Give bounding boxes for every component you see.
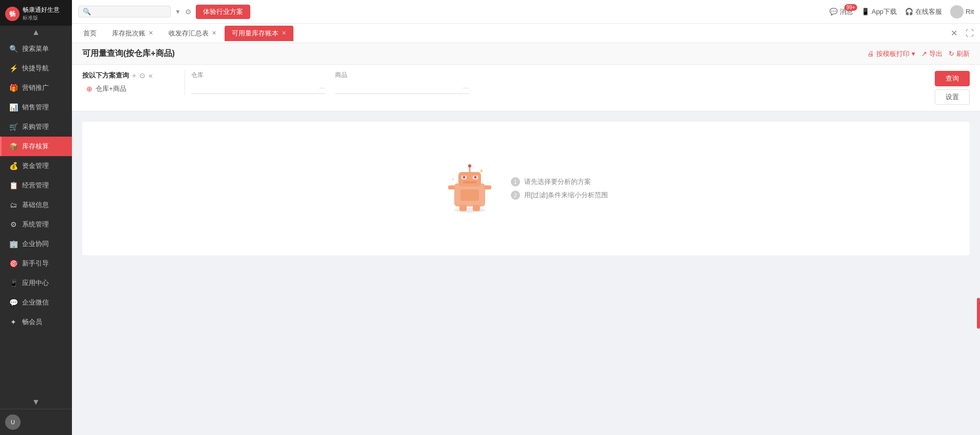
sidebar-label-inventory: 库存核算 <box>22 142 49 151</box>
sidebar-subtitle: 标准版 <box>23 14 60 22</box>
page-content: 可用量查询(按仓库+商品) 🖨 按模板打印 ▾ ↗ 导出 ↻ 刷新 <box>72 43 980 435</box>
sidebar-item-purchase[interactable]: 🛒采购管理 <box>0 117 72 137</box>
sidebar-item-marketing[interactable]: 🎁营销推广 <box>0 78 72 98</box>
sidebar-label-wechat: 企业微信 <box>22 298 49 307</box>
page-title: 可用量查询(按仓库+商品) <box>82 48 175 59</box>
sidebar-item-sales[interactable]: 📊销售管理 <box>0 98 72 117</box>
sidebar-icon-app-center: 📱 <box>9 279 18 287</box>
svg-rect-12 <box>473 205 480 211</box>
tab-close-receive-summary[interactable]: ✕ <box>212 30 216 36</box>
refresh-icon: ↻ <box>949 50 954 58</box>
sidebar-scroll-down[interactable]: ▼ <box>0 395 72 409</box>
sidebar-icon-wechat: 💬 <box>9 298 18 307</box>
filter-scheme-header: 按以下方案查询 + ⊙ « <box>82 71 178 80</box>
tab-label-available-ledger: 可用量库存账本 <box>232 29 279 38</box>
message-badge: 99+ <box>844 4 857 11</box>
sidebar-item-finance[interactable]: 💰资金管理 <box>0 156 72 176</box>
phone-icon: 📱 <box>861 8 870 15</box>
sidebar-icon-purchase: 🛒 <box>9 123 18 131</box>
sidebar-label-marketing: 营销推广 <box>22 83 49 92</box>
sidebar-label-quick-nav: 快捷导航 <box>22 64 49 73</box>
settings-scheme-btn[interactable]: ⊙ <box>139 71 145 80</box>
print-icon: 🖨 <box>867 50 874 58</box>
tabs-right: ✕ ⛶ <box>949 26 976 40</box>
sidebar-item-enterprise[interactable]: 🏢企业协同 <box>0 234 72 254</box>
tab-close-available-ledger[interactable]: ✕ <box>282 30 286 36</box>
sidebar-icon-quick-nav: ⚡ <box>9 64 18 72</box>
user-avatar <box>950 5 964 18</box>
sidebar-label-guide: 新手引导 <box>22 259 49 268</box>
main-content: 🔍 ▼ ⚙ 体验行业方案 💬 消息 99+ 📱 App下载 🎧 在线客服 Rit <box>72 0 980 435</box>
svg-rect-13 <box>448 185 455 190</box>
chevron-down-icon: ▾ <box>912 50 915 58</box>
svg-rect-9 <box>463 181 476 183</box>
tip-text-2: 用[过滤]条件来缩小分析范围 <box>524 191 608 200</box>
export-btn[interactable]: ↗ 导出 <box>921 49 942 59</box>
service-btn[interactable]: 🎧 在线客服 <box>905 7 942 16</box>
scheme-item-warehouse-product[interactable]: ⊕ 仓库+商品 <box>82 82 178 96</box>
print-btn[interactable]: 🖨 按模板打印 ▾ <box>867 49 915 59</box>
empty-visual: ✦ ✦ 1 请先选择要分析的方案 2 用[过滤]条件来缩小分析范围 <box>444 163 608 214</box>
svg-rect-14 <box>484 185 491 190</box>
product-field: 商品 ··· <box>335 71 469 94</box>
filter-actions: 查询 设置 <box>935 71 970 105</box>
warehouse-input[interactable]: ··· <box>191 82 325 94</box>
warehouse-more-icon[interactable]: ··· <box>319 84 325 91</box>
page-header-actions: 🖨 按模板打印 ▾ ↗ 导出 ↻ 刷新 <box>867 49 970 59</box>
search-input[interactable] <box>93 8 160 15</box>
sidebar-item-wechat[interactable]: 💬企业微信 <box>0 293 72 312</box>
product-more-icon[interactable]: ··· <box>463 84 469 91</box>
gear-icon[interactable]: ⚙ <box>185 8 192 16</box>
sidebar-item-operation[interactable]: 📋经营管理 <box>0 176 72 195</box>
empty-tip-1: 1 请先选择要分析的方案 <box>511 177 608 186</box>
sidebar-label-system: 系统管理 <box>22 220 49 229</box>
sidebar-item-app-center[interactable]: 📱应用中心 <box>0 273 72 293</box>
industry-btn[interactable]: 体验行业方案 <box>196 5 250 19</box>
sidebar-icon-search: 🔍 <box>9 45 18 53</box>
collapse-btn[interactable]: « <box>149 71 153 80</box>
message-btn[interactable]: 💬 消息 99+ <box>829 7 853 16</box>
sidebar-label-operation: 经营管理 <box>22 181 49 190</box>
filter-fields: 仓库 ··· 商品 ··· <box>191 71 929 94</box>
topbar-search-box[interactable]: 🔍 <box>78 6 171 17</box>
sidebar-label-app-center: 应用中心 <box>22 278 49 288</box>
sidebar-item-search[interactable]: 🔍搜索菜单 <box>0 39 72 59</box>
warehouse-field: 仓库 ··· <box>191 71 325 94</box>
tab-label-home: 首页 <box>83 29 97 38</box>
filter-scheme-title: 按以下方案查询 <box>82 71 129 80</box>
setting-btn[interactable]: 设置 <box>935 89 970 105</box>
sidebar-label-search: 搜索菜单 <box>22 44 49 53</box>
app-download-btn[interactable]: 📱 App下载 <box>861 7 897 16</box>
sidebar-item-quick-nav[interactable]: ⚡快捷导航 <box>0 59 72 78</box>
svg-point-4 <box>468 164 471 167</box>
sidebar-item-inventory[interactable]: 📦库存核算 <box>0 137 72 156</box>
headset-icon: 🎧 <box>905 8 913 15</box>
scheme-item-icon: ⊕ <box>86 85 93 93</box>
product-input[interactable]: ··· <box>335 82 469 94</box>
scrollbar-thumb[interactable] <box>977 298 980 329</box>
tab-receive-summary[interactable]: 收发存汇总表✕ <box>161 26 224 41</box>
sidebar-item-guide[interactable]: 🎯新手引导 <box>0 254 72 273</box>
warehouse-label: 仓库 <box>191 71 325 80</box>
tab-batch-ledger[interactable]: 库存批次账✕ <box>105 26 160 41</box>
sidebar-item-basic[interactable]: 🗂基础信息 <box>0 195 72 215</box>
topbar: 🔍 ▼ ⚙ 体验行业方案 💬 消息 99+ 📱 App下载 🎧 在线客服 Rit <box>72 0 980 24</box>
sidebar-item-system[interactable]: ⚙系统管理 <box>0 215 72 234</box>
user-menu[interactable]: Rit <box>950 5 974 18</box>
sidebar-icon-guide: 🎯 <box>9 259 18 268</box>
add-scheme-btn[interactable]: + <box>132 71 136 80</box>
sidebar-item-member[interactable]: ✦畅会员 <box>0 312 72 332</box>
query-btn[interactable]: 查询 <box>935 71 970 86</box>
filter-area: 按以下方案查询 + ⊙ « ⊕ 仓库+商品 仓库 ··· <box>72 65 980 111</box>
sidebar-icon-system: ⚙ <box>9 220 18 229</box>
close-tab-btn[interactable]: ✕ <box>949 26 959 40</box>
tab-close-batch-ledger[interactable]: ✕ <box>149 30 153 36</box>
sidebar-label-sales: 销售管理 <box>22 103 49 112</box>
tab-available-ledger[interactable]: 可用量库存账本✕ <box>225 26 293 41</box>
refresh-btn[interactable]: ↻ 刷新 <box>949 49 970 59</box>
sidebar-scroll-up[interactable]: ▲ <box>0 26 72 39</box>
maximize-btn[interactable]: ⛶ <box>964 27 976 40</box>
tab-home[interactable]: 首页 <box>76 26 104 41</box>
scheme-item-label: 仓库+商品 <box>96 84 126 93</box>
dropdown-icon[interactable]: ▼ <box>175 8 181 15</box>
